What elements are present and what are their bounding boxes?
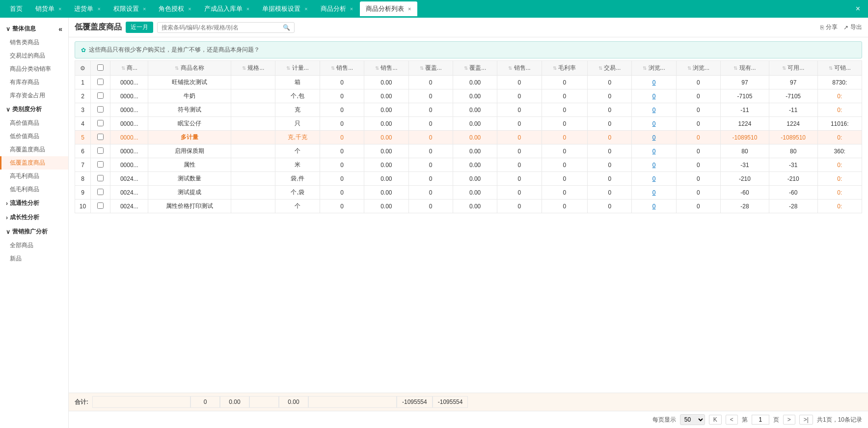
col-name[interactable]: ⇅ 商品名称 <box>148 61 231 76</box>
nav-analysis-close[interactable]: × <box>350 6 353 12</box>
cell-view1[interactable]: 0 <box>632 158 676 172</box>
nav-production-close[interactable]: × <box>246 6 249 12</box>
nav-sales-close[interactable]: × <box>58 6 61 12</box>
col-coverage2[interactable]: ⇅ 覆盖... <box>453 61 497 76</box>
nav-home[interactable]: 首页 <box>4 1 28 16</box>
col-view2[interactable]: ⇅ 浏览... <box>676 61 720 76</box>
row-checkbox[interactable] <box>97 106 104 113</box>
row-checkbox[interactable] <box>97 175 104 181</box>
row-checkbox[interactable] <box>97 202 104 209</box>
cell-code: 0000... <box>110 103 148 117</box>
sidebar-section-growth[interactable]: › 成长性分析 <box>0 210 68 225</box>
sidebar-item-low-coverage[interactable]: 低覆盖度商品 <box>0 156 68 170</box>
sidebar-item-stocked[interactable]: 有库存商品 <box>0 76 68 89</box>
sidebar-section-category[interactable]: ∨ 类别度分析 <box>0 102 68 116</box>
nav-templates-close[interactable]: × <box>304 6 307 12</box>
cell-transaction: 0 <box>588 89 632 103</box>
col-view1[interactable]: ⇅ 浏览... <box>632 61 676 76</box>
cell-view1[interactable]: 0 <box>632 131 676 144</box>
cell-coverage1: 0 <box>408 172 453 186</box>
sidebar-item-category-rate[interactable]: 商品分类动销率 <box>0 62 68 76</box>
nav-analysis[interactable]: 商品分析 × <box>315 1 359 16</box>
nav-analysis-list[interactable]: 商品分析列表 × <box>360 1 417 16</box>
cell-view1[interactable]: 0 <box>632 103 676 117</box>
col-spec[interactable]: ⇅ 规格... <box>231 61 275 76</box>
sidebar-section-overall[interactable]: ∨ 整体信息 « <box>0 22 68 36</box>
col-unit[interactable]: ⇅ 计量... <box>275 61 320 76</box>
sidebar-item-high-coverage[interactable]: 高覆盖度商品 <box>0 143 68 156</box>
nav-roles-close[interactable]: × <box>188 6 191 12</box>
date-filter-button[interactable]: 近一月 <box>126 22 153 33</box>
page-number-input[interactable] <box>752 415 769 425</box>
nav-analysis-list-close[interactable]: × <box>408 6 411 12</box>
col-code[interactable]: ⇅ 商... <box>110 61 148 76</box>
col-gross-margin[interactable]: ⇅ 毛利率 <box>542 61 587 76</box>
cell-view1[interactable]: 0 <box>632 172 676 186</box>
sidebar-item-stock-capital[interactable]: 库存资金占用 <box>0 89 68 102</box>
row-checkbox[interactable] <box>97 120 104 126</box>
sidebar-item-low-value[interactable]: 低价值商品 <box>0 130 68 143</box>
sidebar-item-high-value[interactable]: 高价值商品 <box>0 116 68 130</box>
sidebar-item-sales-goods[interactable]: 销售类商品 <box>0 36 68 49</box>
col-current-stock[interactable]: ⇅ 现有... <box>721 61 769 76</box>
nav-sales[interactable]: 销货单 × <box>29 1 67 16</box>
share-button[interactable]: ⎘ 分享 <box>820 23 838 31</box>
cell-coverage1: 0 <box>408 89 453 103</box>
table-header-row: ⚙ ⇅ 商... ⇅ 商品名称 ⇅ 规格... ⇅ 计量... ⇅ 销售... … <box>75 61 862 76</box>
row-checkbox[interactable] <box>97 147 104 154</box>
page-prefix-label: 第 <box>742 416 748 424</box>
cell-view1[interactable]: 0 <box>632 144 676 158</box>
nav-permissions-close[interactable]: × <box>143 6 146 12</box>
cell-view1[interactable]: 0 <box>632 89 676 103</box>
cell-sales-amt: 0.00 <box>364 103 408 117</box>
row-checkbox[interactable] <box>97 134 104 140</box>
per-page-select[interactable]: 50 20 100 <box>680 414 705 425</box>
search-input[interactable] <box>162 24 281 31</box>
export-button[interactable]: ↗ 导出 <box>843 23 862 31</box>
nav-permissions[interactable]: 权限设置 × <box>108 1 152 16</box>
col-sales-amt[interactable]: ⇅ 销售... <box>364 61 408 76</box>
sidebar-section-marketing-label: 营销推广分析 <box>12 228 48 236</box>
row-checkbox[interactable] <box>97 92 104 99</box>
close-all-button[interactable]: × <box>852 4 864 13</box>
sidebar-section-marketing[interactable]: ∨ 营销推广分析 <box>0 225 68 239</box>
nav-roles[interactable]: 角色授权 × <box>153 1 197 16</box>
col-settings[interactable]: ⚙ <box>75 61 91 76</box>
cell-name: 测试数量 <box>148 172 231 186</box>
nav-purchase[interactable]: 进货单 × <box>68 1 106 16</box>
sidebar-item-new-goods[interactable]: 新品 <box>0 252 68 265</box>
sidebar-item-low-profit[interactable]: 低毛利商品 <box>0 183 68 196</box>
select-all-checkbox[interactable] <box>97 64 104 71</box>
col-sales-qty[interactable]: ⇅ 销售... <box>320 61 364 76</box>
last-page-button[interactable]: >| <box>799 415 813 425</box>
nav-templates[interactable]: 单据模板设置 × <box>256 1 313 16</box>
sidebar-item-high-profit[interactable]: 高毛利商品 <box>0 170 68 183</box>
cell-view1[interactable]: 0 <box>632 76 676 89</box>
sidebar-section-liquidity[interactable]: › 流通性分析 <box>0 196 68 210</box>
next-page-button[interactable]: > <box>783 415 795 425</box>
cell-sellable: 0: <box>817 200 862 213</box>
col-sellable[interactable]: ⇅ 可销... <box>817 61 862 76</box>
col-transaction[interactable]: ⇅ 交易... <box>588 61 632 76</box>
sidebar-item-traded[interactable]: 交易过的商品 <box>0 49 68 62</box>
col-coverage1[interactable]: ⇅ 覆盖... <box>408 61 453 76</box>
cell-view1[interactable]: 0 <box>632 200 676 213</box>
prev-page-button[interactable]: < <box>726 415 738 425</box>
row-checkbox[interactable] <box>97 161 104 168</box>
col-available-stock[interactable]: ⇅ 可用... <box>769 61 817 76</box>
cell-sales-qty: 0 <box>320 131 364 144</box>
cell-sales-amt: 0.00 <box>364 144 408 158</box>
col-sales-rate[interactable]: ⇅ 销售... <box>497 61 542 76</box>
nav-purchase-close[interactable]: × <box>97 6 100 12</box>
cell-view1[interactable]: 0 <box>632 117 676 131</box>
cell-gross-margin: 0 <box>542 103 587 117</box>
sidebar-item-all-goods[interactable]: 全部商品 <box>0 239 68 252</box>
cell-view1[interactable]: 0 <box>632 186 676 200</box>
row-checkbox[interactable] <box>97 189 104 195</box>
collapse-sidebar-icon[interactable]: « <box>58 25 62 33</box>
cell-spec <box>231 172 275 186</box>
first-page-button[interactable]: K <box>709 415 722 425</box>
row-checkbox[interactable] <box>97 79 104 85</box>
nav-production[interactable]: 产成品入库单 × <box>198 1 255 16</box>
cell-view2: 0 <box>676 103 720 117</box>
